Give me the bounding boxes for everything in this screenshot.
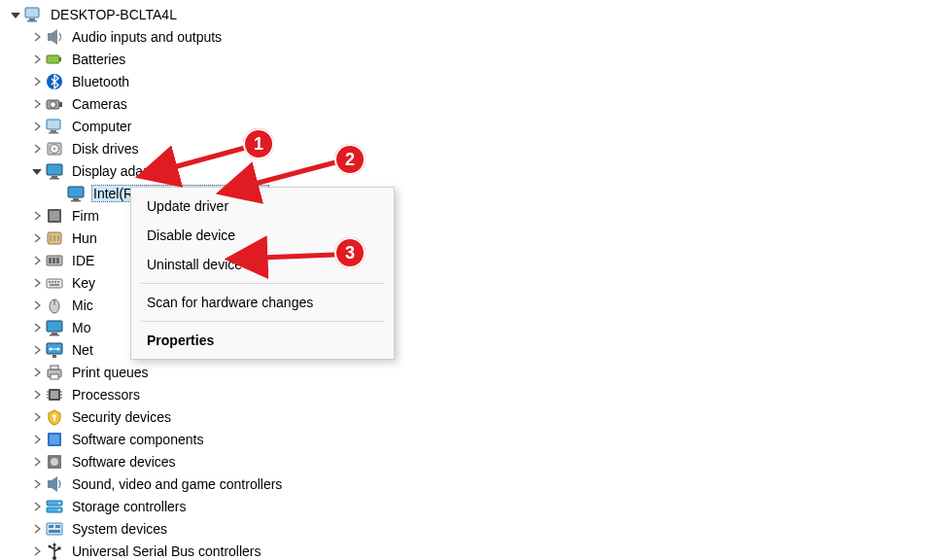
mouse-icon <box>45 296 64 315</box>
tree-category-label: Bluetooth <box>70 74 131 89</box>
chevron-right-icon[interactable] <box>29 98 45 110</box>
printer-icon <box>45 363 64 382</box>
bluetooth-icon <box>45 72 64 91</box>
chevron-right-icon[interactable] <box>29 478 45 490</box>
tree-category-label: Net <box>70 342 95 358</box>
camera-icon <box>45 94 64 114</box>
tree-category-row[interactable]: Sound, video and game controllers <box>8 472 942 495</box>
chevron-right-icon[interactable] <box>29 143 45 155</box>
menu-item[interactable]: Uninstall device <box>131 250 394 279</box>
menu-item[interactable]: Properties <box>131 326 394 355</box>
tree-category-label: Processors <box>70 387 142 402</box>
tree-category-label: Cameras <box>70 96 129 112</box>
network-icon <box>45 340 64 360</box>
tree-category-label: Key <box>70 275 97 291</box>
tree-category-label: Audio inputs and outputs <box>70 29 224 45</box>
chevron-right-icon[interactable] <box>29 31 45 43</box>
tree-category-label: Print queues <box>70 365 151 380</box>
menu-item[interactable]: Update driver <box>131 192 394 221</box>
keyboard-icon <box>45 273 64 293</box>
computer-icon <box>45 117 64 136</box>
chevron-right-icon[interactable] <box>29 523 45 535</box>
swcomp-icon <box>45 430 64 449</box>
tree-category-label: Disk drives <box>70 141 140 157</box>
tree-category-row[interactable]: Cameras <box>8 92 942 115</box>
disk-icon <box>45 139 64 158</box>
tree-category-label: System devices <box>70 521 169 537</box>
tree-category-label: Hun <box>70 230 99 246</box>
chevron-right-icon[interactable] <box>29 411 45 423</box>
context-menu: Update driverDisable deviceUninstall dev… <box>130 187 395 360</box>
chevron-right-icon[interactable] <box>29 367 45 378</box>
menu-item[interactable]: Disable device <box>131 221 394 250</box>
chevron-right-icon[interactable] <box>29 456 45 468</box>
swdev-icon <box>45 452 64 472</box>
system-icon <box>45 519 64 539</box>
usb-icon <box>45 542 64 561</box>
tree-category-row[interactable]: System devices <box>8 517 942 540</box>
chevron-right-icon[interactable] <box>29 255 45 266</box>
tree-category-row[interactable]: Disk drives <box>8 137 942 159</box>
chevron-right-icon[interactable] <box>29 277 45 289</box>
tree-category-row[interactable]: Computer <box>8 115 942 137</box>
display-icon <box>45 161 64 181</box>
tree-category-label: Software components <box>70 432 205 447</box>
tree-category-label: Software devices <box>70 454 178 470</box>
chevron-down-icon[interactable] <box>29 165 45 177</box>
tree-category-label: Security devices <box>70 409 173 425</box>
chevron-down-icon[interactable] <box>8 9 23 20</box>
tree-category-row[interactable]: Audio inputs and outputs <box>8 25 942 48</box>
audio-icon <box>45 27 64 47</box>
chevron-right-icon[interactable] <box>29 545 45 557</box>
tree-root-label: DESKTOP-BCLTA4L <box>49 7 179 22</box>
tree-category-label: Firm <box>70 208 101 224</box>
tree-category-label: Mo <box>70 320 92 335</box>
tree-category-label: IDE <box>70 253 96 268</box>
chevron-right-icon[interactable] <box>29 299 45 311</box>
tree-category-row[interactable]: Security devices <box>8 405 942 428</box>
tree-category-row[interactable]: Software components <box>8 428 942 450</box>
tree-category-label: Display adapters <box>70 163 175 179</box>
sound-icon <box>45 474 64 494</box>
chevron-right-icon[interactable] <box>29 344 45 356</box>
tree-category-row[interactable]: Software devices <box>8 450 942 472</box>
ide-icon <box>45 251 64 270</box>
tree-category-label: Batteries <box>70 52 127 67</box>
tree-category-row[interactable]: Processors <box>8 383 942 405</box>
tree-category-row[interactable]: Display adapters <box>8 159 942 182</box>
chevron-right-icon[interactable] <box>29 322 45 333</box>
battery-icon <box>45 50 64 69</box>
chevron-right-icon[interactable] <box>29 76 45 88</box>
menu-separator <box>141 321 384 322</box>
tree-category-label: Universal Serial Bus controllers <box>70 543 263 559</box>
security-icon <box>45 407 64 427</box>
tree-category-row[interactable]: Bluetooth <box>8 70 942 92</box>
cpu-icon <box>45 385 64 404</box>
chevron-right-icon[interactable] <box>29 232 45 244</box>
chevron-right-icon[interactable] <box>29 210 45 222</box>
menu-separator <box>141 283 384 284</box>
tree-category-row[interactable]: Batteries <box>8 48 942 70</box>
hid-icon <box>45 228 64 248</box>
firmware-icon <box>45 206 64 226</box>
storage-icon <box>45 497 64 516</box>
chevron-right-icon[interactable] <box>29 434 45 445</box>
computer-icon <box>23 5 43 24</box>
tree-category-row[interactable]: Universal Serial Bus controllers <box>8 540 942 560</box>
tree-category-label: Storage controllers <box>70 499 189 514</box>
tree-root-row[interactable]: DESKTOP-BCLTA4L <box>8 3 942 25</box>
display-icon <box>45 318 64 337</box>
display-icon <box>66 184 86 203</box>
tree-category-label: Sound, video and game controllers <box>70 476 284 492</box>
chevron-right-icon[interactable] <box>29 121 45 132</box>
tree-category-row[interactable]: Storage controllers <box>8 495 942 517</box>
tree-category-label: Mic <box>70 298 95 313</box>
chevron-right-icon[interactable] <box>29 501 45 512</box>
chevron-right-icon[interactable] <box>29 53 45 65</box>
tree-category-row[interactable]: Print queues <box>8 361 942 383</box>
menu-item[interactable]: Scan for hardware changes <box>131 288 394 317</box>
tree-category-label: Computer <box>70 119 133 134</box>
chevron-right-icon[interactable] <box>29 389 45 401</box>
